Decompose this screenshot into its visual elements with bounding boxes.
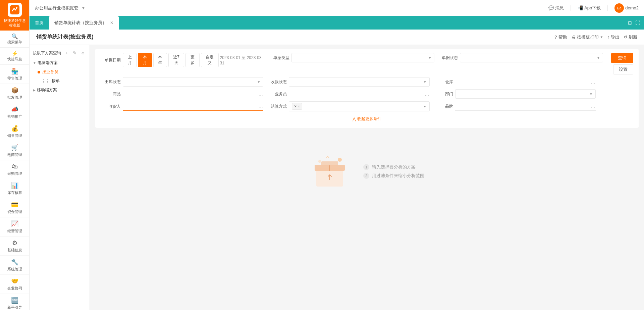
- purchase-label: 采购管理: [7, 171, 22, 176]
- system-label: 系统管理: [7, 267, 22, 272]
- tabbar: 首页 销货单统计表（按业务员） ✕ ⊟ ⛶: [30, 16, 644, 30]
- svg-point-7: [318, 160, 321, 163]
- tab-sales-stat-label: 销货单统计表（按业务员）: [54, 20, 107, 26]
- salesperson-input[interactable]: …: [289, 90, 429, 98]
- newuser-label: 新手引导: [7, 305, 22, 310]
- print-button[interactable]: 🖨 按模板打印 ▼: [571, 34, 603, 40]
- date-btn-this-year[interactable]: 本年: [153, 53, 167, 67]
- print-label: 按模板打印: [577, 34, 599, 40]
- tab-fullscreen-icon[interactable]: ⛶: [635, 20, 640, 25]
- retail-label: 零售管理: [7, 76, 22, 81]
- add-scheme-button[interactable]: ＋: [63, 50, 70, 56]
- wholesale-icon: 📦: [11, 87, 18, 94]
- sidebar-quick-nav[interactable]: ⚡ 快捷导航: [0, 48, 29, 65]
- status-select[interactable]: ▼: [460, 53, 603, 62]
- user-menu[interactable]: Ea demo2: [614, 3, 639, 13]
- user-name: demo2: [625, 5, 639, 10]
- tree-item-order[interactable]: ⋮⋮ 按单: [30, 76, 90, 86]
- collapse-button[interactable]: ⋀ 收起更多条件: [101, 114, 633, 124]
- app-download-label: App下载: [584, 5, 601, 11]
- warehouse-input[interactable]: …: [455, 78, 596, 86]
- settlement-select[interactable]: × × ▼: [289, 101, 429, 111]
- user-avatar: Ea: [614, 3, 624, 13]
- date-btn-last-month[interactable]: 上月: [123, 53, 137, 67]
- date-btn-7days[interactable]: 近7天: [168, 53, 184, 67]
- print-icon: 🖨: [571, 35, 576, 40]
- desktop-section-label: 电脑端方案: [38, 60, 58, 66]
- tree-mobile-section[interactable]: ▶ 移动端方案: [30, 86, 90, 95]
- page-content: 销货单统计表(按业务员) ? 帮助 🖨 按模板打印 ▼ ↑ 导出 ↺ 刷新: [30, 30, 644, 310]
- messages-button[interactable]: 💬 消息: [548, 5, 564, 11]
- sidebar-item-basic[interactable]: ⚙ 基础信息: [0, 237, 29, 256]
- tree-item-salesperson[interactable]: 按业务员: [30, 67, 90, 76]
- empty-icon: [310, 151, 350, 192]
- date-btn-more[interactable]: 更多: [185, 53, 199, 67]
- export-button[interactable]: ↑ 导出: [607, 34, 620, 40]
- tab-minimize-icon[interactable]: ⊟: [628, 20, 632, 25]
- sidebar-item-sales[interactable]: 💰 销售管理: [0, 122, 29, 141]
- receiver-input[interactable]: …: [123, 102, 263, 111]
- tab-home[interactable]: 首页: [30, 16, 49, 30]
- help-icon: ?: [554, 35, 557, 40]
- topbar-title: 办公用品行业模拟账套: [35, 5, 78, 11]
- pay-status-select[interactable]: ▼: [289, 77, 429, 87]
- tab-close-icon[interactable]: ✕: [110, 20, 113, 25]
- sidebar-item-operations[interactable]: 📈 经营管理: [0, 217, 29, 237]
- search-label: 搜索菜单: [7, 40, 22, 45]
- goods-input[interactable]: …: [123, 90, 263, 98]
- out-status-label: 出库状态: [101, 79, 121, 85]
- topbar-arrow: ▼: [81, 5, 86, 10]
- status-arrow: ▼: [597, 56, 600, 60]
- sidebar-item-system[interactable]: 🔧 系统管理: [0, 256, 29, 275]
- sidebar-item-finance[interactable]: 💳 资金管理: [0, 198, 29, 217]
- operations-label: 经营管理: [7, 228, 22, 234]
- settlement-tag-close[interactable]: ×: [298, 105, 300, 108]
- newuser-icon: 🆕: [11, 297, 18, 304]
- settings-button[interactable]: 设置: [613, 64, 633, 74]
- wholesale-label: 批发管理: [7, 95, 22, 100]
- ecommerce-label: 电商管理: [7, 152, 22, 157]
- dept-select[interactable]: ▼: [455, 89, 596, 99]
- help-button[interactable]: ? 帮助: [554, 34, 567, 40]
- out-status-select[interactable]: ▼: [123, 77, 263, 87]
- enterprise-label: 企业协同: [7, 286, 22, 291]
- goods-dots: …: [258, 91, 263, 97]
- collapse-panel-button[interactable]: «: [79, 50, 86, 56]
- finance-icon: 💳: [11, 201, 18, 208]
- date-btn-custom[interactable]: 自定义: [201, 53, 219, 67]
- btn-group: 查询 设置: [607, 53, 633, 74]
- sidebar-item-retail[interactable]: 🏪 零售管理: [0, 65, 29, 84]
- tree-desktop-section[interactable]: ▼ 电脑端方案: [30, 58, 90, 67]
- sidebar-item-enterprise[interactable]: 🤝 企业协同: [0, 275, 29, 294]
- date-btn-this-month[interactable]: 本月: [138, 53, 152, 67]
- sidebar-item-newuser[interactable]: 🆕 新手引导: [0, 294, 29, 310]
- topbar-separator: [571, 5, 571, 11]
- sidebar-item-ecommerce[interactable]: 🛒 电商管理: [0, 141, 29, 160]
- app-download-button[interactable]: 📲 App下载: [578, 5, 601, 11]
- date-label: 单据日期: [101, 57, 121, 63]
- sidebar-logo[interactable]: 畅捷通好生意 标准版: [0, 0, 29, 31]
- page-title: 销货单统计表(按业务员): [36, 34, 94, 41]
- sidebar-item-marketing[interactable]: 📣 营销推广: [0, 103, 29, 122]
- type-select[interactable]: ▼: [291, 53, 435, 62]
- logo-text: 畅捷通好生意 标准版: [2, 18, 27, 28]
- query-button[interactable]: 查询: [611, 53, 633, 63]
- refresh-button[interactable]: ↺ 刷新: [624, 34, 637, 40]
- status-label: 单据状态: [438, 55, 458, 61]
- collapse-arrow: ⋀: [353, 117, 356, 121]
- tab-sales-stat[interactable]: 销货单统计表（按业务员） ✕: [49, 16, 119, 30]
- warehouse-label: 仓库: [433, 79, 453, 85]
- sidebar-item-inventory[interactable]: 📊 库存核算: [0, 179, 29, 198]
- search-icon: 🔍: [11, 33, 18, 40]
- sidebar-item-wholesale[interactable]: 📦 批发管理: [0, 84, 29, 103]
- sidebar-search-item[interactable]: 🔍 搜索菜单: [0, 31, 29, 48]
- ecommerce-icon: 🛒: [11, 144, 18, 151]
- brand-input[interactable]: …: [455, 102, 596, 111]
- brand-label: 品牌: [433, 104, 453, 109]
- edit-scheme-button[interactable]: ✎: [71, 50, 78, 56]
- pay-status-arrow: ▼: [423, 80, 427, 84]
- left-panel-icons: ＋ ✎ «: [63, 50, 86, 56]
- empty-tip-2-text: 用过滤条件来缩小分析范围: [372, 173, 424, 179]
- sidebar-item-purchase[interactable]: 🛍 采购管理: [0, 160, 29, 179]
- settlement-arrow: ▼: [423, 105, 427, 108]
